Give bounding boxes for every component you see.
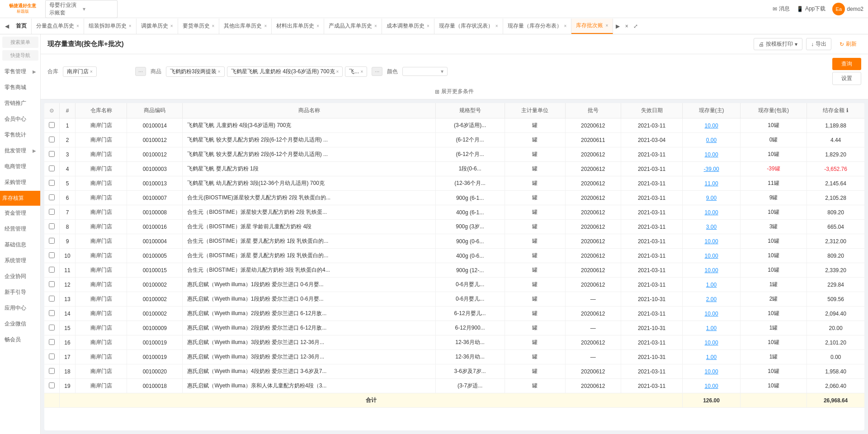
row-checkbox[interactable] [49, 339, 55, 345]
sidebar-item-marketing[interactable]: 营销推广 [2, 96, 38, 111]
sidebar-item-wholesale[interactable]: 批发管理▶ [2, 143, 38, 158]
tab-request[interactable]: 要货单历史× [178, 19, 220, 34]
product-tag-3[interactable]: 飞... × [345, 66, 367, 77]
row-checkbox[interactable] [49, 223, 55, 229]
tag-close-icon[interactable]: × [218, 69, 221, 74]
tab-close-icon[interactable]: × [564, 24, 567, 28]
tab-next-btn[interactable]: ▶ [613, 19, 622, 34]
td-cell[interactable]: 10.00 [683, 234, 741, 249]
tab-other_out[interactable]: 其他出库单历史× [219, 19, 272, 34]
tab-transfer[interactable]: 调拨单历史× [137, 19, 178, 34]
td-cell[interactable]: 10.00 [683, 364, 741, 379]
sidebar-item-corp[interactable]: 企业协同 [2, 269, 38, 284]
td-cell[interactable]: 10.00 [683, 379, 741, 393]
row-checkbox[interactable] [49, 137, 55, 142]
tab-split[interactable]: 分量盘点单历史× [32, 19, 84, 34]
tab-close-icon[interactable]: × [170, 24, 173, 28]
sidebar-item-retail_stat[interactable]: 零售统计 [2, 127, 38, 142]
product-tag-1[interactable]: 飞鹤奶粉3段两提装 × [166, 66, 225, 77]
refresh-btn[interactable]: ↻ 刷新 [835, 38, 861, 50]
td-cell[interactable]: 10.00 [683, 263, 741, 278]
row-checkbox[interactable] [49, 252, 55, 258]
sidebar-item-app_center[interactable]: 应用中心 [2, 301, 38, 316]
message-btn[interactable]: ✉ 消息 [773, 5, 790, 13]
tag-close-icon[interactable]: × [90, 69, 93, 74]
product-tag-2[interactable]: 飞鹤星飞帆 儿童奶粉 4段(3-6岁适用) 700克 × [227, 66, 343, 77]
setting-btn[interactable]: 设置 [832, 72, 861, 85]
settings-icon[interactable]: ⚙ [49, 108, 54, 114]
row-checkbox[interactable] [49, 267, 55, 273]
tab-close-icon[interactable]: × [129, 24, 132, 28]
row-checkbox[interactable] [49, 325, 55, 330]
tab-close-icon[interactable]: × [605, 23, 608, 28]
row-checkbox[interactable] [49, 180, 55, 186]
tab-stock_status[interactable]: 现存量（库存状况表）× [434, 19, 503, 34]
tab-cost_adj[interactable]: 成本调整单历史× [382, 19, 434, 34]
sidebar-item-stock[interactable]: 库存核算 [0, 191, 41, 206]
td-cell[interactable]: 0.00 [683, 133, 741, 147]
color-dropdown[interactable]: ▾ [402, 67, 448, 76]
td-cell[interactable]: 1.00 [683, 321, 741, 335]
td-cell[interactable]: 10.00 [683, 249, 741, 263]
tag-close-icon[interactable]: × [336, 69, 339, 74]
quick-nav-btn[interactable]: 快捷导航 [2, 50, 38, 61]
td-cell[interactable]: 1.00 [683, 278, 741, 292]
search-menu-btn[interactable]: 搜索菜单 [2, 37, 38, 48]
row-checkbox[interactable] [49, 238, 55, 244]
td-cell[interactable]: 10.00 [683, 335, 741, 350]
td-cell[interactable]: 1.00 [683, 350, 741, 364]
sidebar-item-retail[interactable]: 零售管理▶ [2, 64, 38, 79]
tab-disassemble[interactable]: 组装拆卸单历史× [84, 19, 137, 34]
row-checkbox[interactable] [49, 151, 55, 157]
tab-close-icon[interactable]: × [495, 24, 498, 28]
tab-home[interactable]: 首页 [11, 19, 32, 34]
sidebar-item-purchase[interactable]: 采购管理 [2, 175, 38, 190]
tab-product_in[interactable]: 产成品入库单历史× [324, 19, 382, 34]
tab-batch_voucher[interactable]: 库存批次账× [571, 19, 613, 34]
row-checkbox[interactable] [49, 368, 55, 374]
row-checkbox[interactable] [49, 310, 55, 316]
tab-close-icon[interactable]: × [212, 24, 215, 28]
print-btn[interactable]: 🖨 按模板打印 ▾ [754, 38, 802, 50]
app-download-btn[interactable]: 📱 App下载 [797, 5, 826, 13]
row-checkbox[interactable] [49, 122, 55, 128]
td-cell[interactable]: 10.00 [683, 307, 741, 321]
tab-close-all-btn[interactable]: × [622, 19, 631, 34]
account-selector[interactable]: 母婴行业演示账套 ▾ [45, 0, 118, 18]
row-checkbox[interactable] [49, 354, 55, 359]
tab-close-icon[interactable]: × [427, 24, 429, 28]
sidebar-item-member2[interactable]: 畅会员 [2, 332, 38, 347]
sidebar-item-basic[interactable]: 基础信息 [2, 237, 38, 252]
sidebar-item-ecommerce[interactable]: 电商管理 [2, 159, 38, 174]
td-cell[interactable]: 9.00 [683, 191, 741, 205]
sidebar-item-operations[interactable]: 经营管理 [2, 222, 38, 236]
td-cell[interactable]: 2.00 [683, 292, 741, 307]
td-cell[interactable]: 10.00 [683, 205, 741, 220]
user-area[interactable]: Ea demo2 [832, 3, 863, 15]
export-btn[interactable]: ↓ 导出 [806, 38, 831, 50]
sidebar-item-finance[interactable]: 资金管理 [2, 206, 38, 221]
tab-stock_dist[interactable]: 现存量（库存分布表）× [503, 19, 572, 34]
sidebar-item-system[interactable]: 系统管理 [2, 253, 38, 268]
row-checkbox[interactable] [49, 382, 55, 388]
tag-close-icon[interactable]: × [360, 69, 363, 74]
row-checkbox[interactable] [49, 281, 55, 287]
tab-close-icon[interactable]: × [76, 24, 79, 28]
sidebar-item-retail_shop[interactable]: 零售商城 [2, 80, 38, 95]
expand-conditions-btn[interactable]: ⊞ 展开更多条件 [435, 88, 474, 95]
tab-maximize-btn[interactable]: ⤢ [631, 19, 640, 34]
tab-close-icon[interactable]: × [264, 24, 267, 28]
product-more-btn[interactable]: ··· [372, 67, 382, 76]
warehouse-tag-nangan[interactable]: 南岸门店 × [63, 66, 97, 77]
td-cell[interactable]: 11.00 [683, 176, 741, 191]
td-cell[interactable]: 10.00 [683, 147, 741, 162]
tab-close-icon[interactable]: × [374, 24, 377, 28]
sidebar-item-member[interactable]: 会员中心 [2, 112, 38, 127]
search-btn[interactable]: 查询 [832, 58, 861, 70]
sidebar-item-corp_wechat[interactable]: 企业微信 [2, 316, 38, 331]
td-cell[interactable]: 10.00 [683, 118, 741, 133]
td-cell[interactable]: -39.00 [683, 162, 741, 176]
tab-material_out[interactable]: 材料出库单历史× [272, 19, 324, 34]
tab-close-icon[interactable]: × [316, 24, 319, 28]
sidebar-item-guide[interactable]: 新手引导 [2, 285, 38, 300]
